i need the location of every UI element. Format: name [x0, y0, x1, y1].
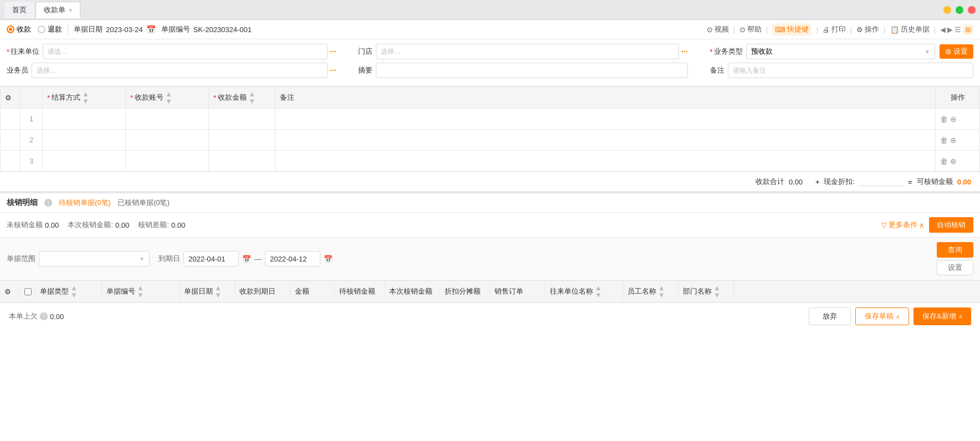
td-settlement-2[interactable] [43, 130, 126, 151]
lower-select-all-checkbox[interactable] [24, 288, 32, 295]
counterpart-field: * 往来单位 ··· [7, 44, 336, 59]
save-new-button[interactable]: 保存&新增 ∧ [913, 307, 971, 325]
row-copy-icon-2[interactable]: ⊕ [950, 136, 957, 145]
row-delete-icon-3[interactable]: 🗑 [940, 157, 948, 166]
counterpart-more-btn[interactable]: ··· [330, 47, 336, 56]
td-note-2[interactable] [275, 130, 936, 151]
th-gear[interactable]: ⚙ [1, 87, 21, 109]
due-date-from-input[interactable] [183, 251, 239, 266]
video-btn[interactable]: ⊙ 视频 [707, 24, 729, 34]
calendar-from-icon[interactable]: 📅 [242, 255, 251, 263]
doc-date-sort-icon[interactable]: ▲▼ [215, 284, 222, 299]
verify-actions: ▽ 更多条件 ∧ 自动核销 [881, 217, 973, 233]
pending-tab[interactable]: 待核销单据(0笔) [59, 198, 111, 208]
bottom-info-icon[interactable]: ? [40, 312, 48, 320]
nav-prev-icon[interactable]: ◀ [940, 25, 946, 34]
range-select[interactable]: ▼ [39, 251, 150, 266]
print-btn[interactable]: 🖨 打印 [823, 24, 846, 34]
window-maximize-button[interactable] [956, 6, 963, 14]
more-conditions-btn[interactable]: ▽ 更多条件 ∧ [881, 220, 925, 230]
td-settlement-3[interactable] [43, 151, 126, 172]
note-input[interactable] [728, 63, 973, 78]
summary-input[interactable] [376, 63, 687, 78]
tab-home[interactable]: 首页 [4, 2, 34, 18]
counterpart-input[interactable] [43, 44, 328, 59]
salesperson-field: 业务员 ··· [7, 63, 336, 78]
td-account-1[interactable] [126, 109, 209, 130]
business-type-select[interactable]: 预收款 ▼ [746, 44, 935, 59]
operation-btn[interactable]: ⚙ 操作 [856, 24, 879, 34]
td-account-2[interactable] [126, 130, 209, 151]
store-input[interactable] [376, 44, 679, 59]
range-filter-field: 单据范围 ▼ [7, 251, 150, 266]
td-num-3: 3 [21, 151, 43, 172]
diff-stat: 核销差额: 0.00 [138, 220, 185, 230]
row-delete-icon-2[interactable]: 🗑 [940, 136, 948, 145]
shortcut-btn[interactable]: ⌨ 快捷键 [772, 23, 811, 35]
doc-num-sort-icon[interactable]: ▲▼ [137, 284, 144, 299]
nav-next-icon[interactable]: ▶ [947, 25, 953, 34]
grid-view-icon[interactable]: ⊞ [963, 24, 973, 35]
abandon-button[interactable]: 放弃 [809, 307, 851, 325]
row-delete-icon-1[interactable]: 🗑 [940, 115, 948, 124]
td-note-3[interactable] [275, 151, 936, 172]
th-row-num [21, 87, 43, 109]
td-account-3[interactable] [126, 151, 209, 172]
account-sort-icon[interactable]: ▲▼ [165, 90, 172, 105]
history-icon: 📋 [890, 25, 899, 34]
calendar-to-icon[interactable]: 📅 [324, 255, 333, 263]
verify-info-icon[interactable]: i [44, 199, 52, 207]
table-row: 1 🗑 ⊕ [1, 109, 980, 130]
column-settings-icon[interactable]: ⚙ [5, 94, 12, 102]
td-note-1[interactable] [275, 109, 936, 130]
radio-receipt[interactable]: 收款 [7, 24, 31, 34]
td-action-3: 🗑 ⊕ [936, 151, 980, 172]
salesperson-input[interactable] [32, 63, 328, 78]
radio-refund[interactable]: 退款 [38, 24, 62, 34]
salesperson-more-btn[interactable]: ··· [330, 66, 336, 75]
auto-verify-button[interactable]: 自动核销 [929, 217, 973, 233]
amount-sort-icon[interactable]: ▲▼ [248, 90, 256, 105]
bottom-info: 本单上欠 ? 0.00 [9, 311, 64, 321]
th-note-label: 备注 [280, 93, 294, 101]
date-calendar-icon[interactable]: 📅 [146, 25, 156, 34]
lower-gear-icon[interactable]: ⚙ [4, 288, 11, 296]
form-settings-button[interactable]: ⚙ 设置 [940, 44, 973, 59]
settlement-sort-icon[interactable]: ▲▼ [82, 90, 89, 105]
td-amount-2[interactable] [209, 130, 275, 151]
save-draft-label: 保存草稿 [865, 311, 894, 321]
list-view-icon[interactable]: ☰ [955, 25, 961, 34]
discount-input[interactable] [859, 177, 904, 186]
th-counterpart-label: 往来单位名称 [550, 286, 593, 296]
query-button[interactable]: 查询 [937, 242, 973, 258]
due-date-to-input[interactable] [265, 251, 320, 266]
sep-1: | [733, 25, 735, 34]
lower-settings-button[interactable]: 设置 [937, 260, 973, 275]
store-more-btn[interactable]: ··· [681, 47, 688, 56]
tab-receipt[interactable]: 收款单 × [35, 2, 80, 18]
save-draft-arrow-icon: ∧ [896, 314, 900, 320]
done-tab[interactable]: 已核销单据(0笔) [118, 198, 170, 208]
row-copy-icon-1[interactable]: ⊕ [950, 115, 957, 124]
video-icon: ⊙ [707, 25, 713, 34]
td-amount-3[interactable] [209, 151, 275, 172]
counterpart-required: * [7, 48, 9, 56]
store-sort-icon[interactable]: ▲▼ [713, 284, 721, 299]
td-amount-1[interactable] [209, 109, 275, 130]
window-minimize-button[interactable] [943, 6, 951, 14]
store-field: 门店 ··· [358, 44, 687, 59]
save-draft-button[interactable]: 保存草稿 ∧ [855, 307, 909, 325]
counterpart-sort-icon[interactable]: ▲▼ [595, 284, 602, 299]
th-doc-type: 单据类型 ▲▼ [35, 281, 102, 302]
doc-type-sort-icon[interactable]: ▲▼ [70, 284, 78, 299]
help-btn[interactable]: ⊙ 帮助 [739, 24, 762, 34]
history-label: 历史单据 [901, 24, 930, 34]
td-settlement-1[interactable] [43, 109, 126, 130]
settlement-required: * [47, 94, 50, 102]
employee-sort-icon[interactable]: ▲▼ [658, 284, 665, 299]
th-due-date: 收款到期日 [235, 283, 290, 300]
row-copy-icon-3[interactable]: ⊕ [950, 157, 957, 166]
history-btn[interactable]: 📋 历史单据 [890, 24, 930, 34]
tab-close-icon[interactable]: × [69, 7, 72, 13]
window-close-button[interactable] [968, 6, 976, 14]
